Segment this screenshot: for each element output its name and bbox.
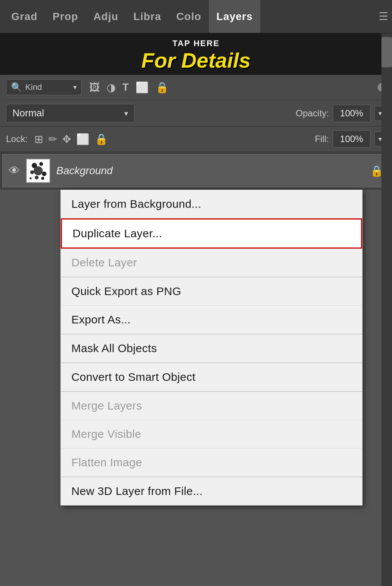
filter-adjustment-icon[interactable]: ◑ <box>106 81 116 94</box>
layer-thumb-svg <box>28 160 49 181</box>
menu-item-layer-from-background[interactable]: Layer from Background... <box>61 190 362 218</box>
menu-item-delete-layer[interactable]: Delete Layer <box>61 249 362 277</box>
search-icon: 🔍 <box>11 82 22 93</box>
layer-thumbnail <box>26 159 50 183</box>
blend-opacity-row: Normal ▾ Opacity: 100% ▾ <box>0 100 392 127</box>
opacity-value[interactable]: 100% <box>333 105 370 122</box>
scrollbar[interactable] <box>381 33 392 586</box>
for-details-label: For Details <box>0 50 392 71</box>
tab-libra-label: Libra <box>133 11 161 23</box>
context-menu-container: Layer from Background... Duplicate Layer… <box>0 190 392 506</box>
tutorial-banner[interactable]: TAP HERE For Details <box>0 33 392 75</box>
fill-label: Fill: <box>315 134 329 144</box>
tab-prop[interactable]: Prop <box>45 0 86 33</box>
tab-adju[interactable]: Adju <box>86 0 126 33</box>
filter-icons: 🖼 ◑ T ⬜ 🔒 <box>89 81 169 94</box>
filter-smart-icon[interactable]: 🔒 <box>156 81 169 94</box>
tab-colo-label: Colo <box>176 11 201 23</box>
tab-adju-label: Adju <box>93 11 118 23</box>
layer-name: Background <box>56 165 364 177</box>
blend-mode-arrow[interactable]: ▾ <box>124 109 128 118</box>
kind-label: Kind <box>25 82 70 92</box>
svg-point-2 <box>39 162 43 166</box>
tab-prop-label: Prop <box>52 11 78 23</box>
blend-mode-value: Normal <box>12 107 44 119</box>
svg-point-8 <box>29 177 32 179</box>
fill-group: Fill: 100% ▾ <box>315 130 386 148</box>
menu-item-merge-layers[interactable]: Merge Layers <box>61 392 362 420</box>
lock-label: Lock: <box>6 134 28 144</box>
background-layer-row[interactable]: 👁 Background 🔒 <box>2 154 390 187</box>
tab-bar: Grad Prop Adju Libra Colo Layers ☰ <box>0 0 392 33</box>
tap-here-label: TAP HERE <box>0 39 392 48</box>
filter-pixel-icon[interactable]: 🖼 <box>89 81 100 94</box>
lock-move-icon[interactable]: ✥ <box>62 133 71 145</box>
filter-type-icon[interactable]: T <box>122 81 129 93</box>
svg-point-4 <box>30 170 34 174</box>
tab-grad[interactable]: Grad <box>4 0 45 33</box>
context-menu: Layer from Background... Duplicate Layer… <box>60 190 363 506</box>
kind-dropdown-arrow[interactable]: ▾ <box>73 83 77 91</box>
menu-item-merge-visible[interactable]: Merge Visible <box>61 420 362 448</box>
layers-filter-bar: 🔍 Kind ▾ 🖼 ◑ T ⬜ 🔒 <box>0 75 392 100</box>
tab-layers-label: Layers <box>216 11 253 23</box>
opacity-group: Opacity: 100% ▾ <box>296 105 386 122</box>
lock-all-icon[interactable]: 🔒 <box>95 133 108 145</box>
menu-item-quick-export[interactable]: Quick Export as PNG <box>61 277 362 306</box>
opacity-label: Opacity: <box>296 108 329 119</box>
menu-item-duplicate-layer[interactable]: Duplicate Layer... <box>61 218 362 249</box>
svg-point-6 <box>35 176 39 179</box>
svg-point-7 <box>41 177 44 180</box>
lock-fill-row: Lock: ⊞ ✏ ✥ ⬜ 🔒 Fill: 100% ▾ <box>0 127 392 152</box>
menu-item-new-3d-layer[interactable]: New 3D Layer from File... <box>61 477 362 505</box>
tab-colo[interactable]: Colo <box>169 0 209 33</box>
lock-paint-icon[interactable]: ✏ <box>48 133 57 145</box>
lock-artboard-icon[interactable]: ⬜ <box>76 133 90 145</box>
menu-item-mask-all[interactable]: Mask All Objects <box>61 334 362 363</box>
menu-item-export-as[interactable]: Export As... <box>61 306 362 334</box>
lock-pixels-icon[interactable]: ⊞ <box>34 133 43 145</box>
tab-libra[interactable]: Libra <box>126 0 168 33</box>
scrollbar-thumb[interactable] <box>381 37 392 67</box>
kind-filter[interactable]: 🔍 Kind ▾ <box>6 79 82 95</box>
layers-list: 👁 Background 🔒 <box>0 152 392 190</box>
svg-point-3 <box>34 166 43 175</box>
menu-item-convert-smart-object[interactable]: Convert to Smart Object <box>61 363 362 391</box>
blend-mode-select[interactable]: Normal ▾ <box>6 104 134 122</box>
panel-menu-icon[interactable]: ☰ <box>379 10 388 23</box>
lock-icons-group: ⊞ ✏ ✥ ⬜ 🔒 <box>34 133 108 145</box>
tab-grad-label: Grad <box>11 11 37 23</box>
fill-value[interactable]: 100% <box>333 130 370 148</box>
layer-visibility-icon[interactable]: 👁 <box>9 164 20 177</box>
menu-item-flatten-image[interactable]: Flatten Image <box>61 448 362 477</box>
filter-shape-icon[interactable]: ⬜ <box>136 81 149 94</box>
svg-point-5 <box>42 172 46 176</box>
tab-layers[interactable]: Layers <box>209 0 260 33</box>
